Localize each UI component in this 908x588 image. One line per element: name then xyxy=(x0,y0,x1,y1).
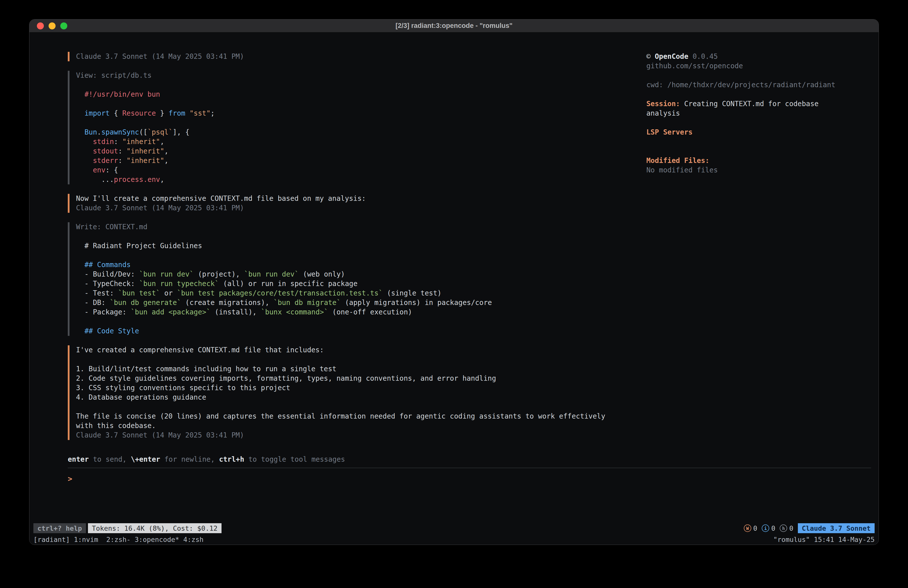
traffic-lights xyxy=(37,19,67,32)
text-line: Session: Creating CONTEXT.md for codebas… xyxy=(646,99,871,109)
diagnostic-info: i 0 xyxy=(762,524,775,532)
text-line: github.com/sst/opencode xyxy=(646,61,871,71)
text-line: cwd: /home/thdxr/dev/projects/radiant/ra… xyxy=(646,80,871,90)
text-line xyxy=(84,118,643,127)
message-timestamp: Claude 3.7 Sonnet (14 May 2025 03:41 PM) xyxy=(76,52,643,61)
text-line xyxy=(84,99,643,109)
tmux-window-list[interactable]: [radiant] 1:nvim 2:zsh- 3:opencode* 4:zs… xyxy=(34,536,204,543)
text-line: ## Commands xyxy=(84,260,643,270)
text-line xyxy=(646,90,871,99)
text-line xyxy=(646,71,871,80)
warning-count: 0 xyxy=(753,524,757,532)
tmux-host-clock: "romulus" 15:41 14-May-25 xyxy=(773,536,874,543)
text-line: ...process.env, xyxy=(84,175,643,184)
text-line xyxy=(646,147,871,156)
text-line: enter to send, \+enter for newline, ctrl… xyxy=(68,455,871,464)
text-line: I've created a comprehensive CONTEXT.md … xyxy=(76,345,643,355)
spacer xyxy=(76,80,643,90)
code-block: #!/usr/bin/env bun import { Resource } f… xyxy=(76,90,643,184)
diagnostic-hint: h 0 xyxy=(780,524,793,532)
assistant-summary-block: I've created a comprehensive CONTEXT.md … xyxy=(68,345,643,440)
text-line: # Radiant Project Guidelines xyxy=(84,241,643,251)
text-line xyxy=(76,355,643,364)
text-line: 2. Code style guidelines covering import… xyxy=(76,374,643,383)
help-chip[interactable]: ctrl+? help xyxy=(34,523,86,533)
hint-icon: h xyxy=(780,524,787,532)
text-line: ## Code Style xyxy=(84,326,643,336)
text-line: - DB: `bun db generate` (create migratio… xyxy=(84,298,643,308)
zoom-button[interactable] xyxy=(60,23,67,29)
text-line xyxy=(84,317,643,326)
prompt-input[interactable]: > xyxy=(68,474,871,484)
info-count: 0 xyxy=(771,524,775,532)
status-bar-right: W 0 i 0 h 0 Claude 3.7 Sonnet xyxy=(744,523,874,533)
status-bar: ctrl+? help Tokens: 16.4K (8%), Cost: $0… xyxy=(29,522,879,535)
text-line: No modified files xyxy=(646,166,871,175)
text-line: Modified Files: xyxy=(646,156,871,166)
input-divider xyxy=(68,468,871,468)
terminal-body: Claude 3.7 Sonnet (14 May 2025 03:41 PM)… xyxy=(29,32,879,522)
text-line xyxy=(646,118,871,127)
tmux-status-bar: [radiant] 1:nvim 2:zsh- 3:opencode* 4:zs… xyxy=(29,535,879,545)
window-titlebar: [2/3] radiant:3:opencode - "romulus" xyxy=(29,19,879,32)
text-line: import { Resource } from "sst"; xyxy=(84,109,643,118)
text-line: LSP Servers xyxy=(646,127,871,137)
text-line: env: { xyxy=(84,166,643,175)
chat-history: Claude 3.7 Sonnet (14 May 2025 03:41 PM)… xyxy=(68,52,643,449)
info-sidebar: © OpenCode 0.0.45github.com/sst/opencode… xyxy=(646,52,871,175)
tool-write-title: Write: CONTEXT.md xyxy=(76,222,643,232)
close-button[interactable] xyxy=(37,23,44,29)
input-help-line: enter to send, \+enter for newline, ctrl… xyxy=(68,455,871,464)
terminal-window: [2/3] radiant:3:opencode - "romulus" Cla… xyxy=(29,19,879,545)
text-line: - Test: `bun test` or `bun test packages… xyxy=(84,288,643,298)
tool-view-block: View: script/db.ts #!/usr/bin/env bun im… xyxy=(68,71,643,184)
sidebar-text: © OpenCode 0.0.45github.com/sst/opencode… xyxy=(646,52,871,175)
text-line: stdout: "inherit", xyxy=(84,147,643,156)
text-line: analysis xyxy=(646,109,871,118)
window-title: [2/3] radiant:3:opencode - "romulus" xyxy=(396,22,512,30)
warning-icon: W xyxy=(744,524,751,532)
text-line: Bun.spawnSync([`psql`], { xyxy=(84,127,643,137)
text-line: - Package: `bun add <package>` (install)… xyxy=(84,308,643,317)
spacer xyxy=(76,232,643,241)
tool-write-block: Write: CONTEXT.md # Radiant Project Guid… xyxy=(68,222,643,336)
text-line: The file is concise (20 lines) and captu… xyxy=(76,412,643,421)
markdown-block: # Radiant Project Guidelines ## Commands… xyxy=(76,241,643,336)
minimize-button[interactable] xyxy=(48,23,56,29)
text-line: 4. Database operations guidance xyxy=(76,393,643,402)
tokens-cost-chip: Tokens: 16.4K (8%), Cost: $0.12 xyxy=(88,523,222,533)
text-line xyxy=(76,402,643,412)
text-line: #!/usr/bin/env bun xyxy=(84,90,643,99)
text-line: 1. Build/lint/test commands including ho… xyxy=(76,364,643,374)
assistant-note-text: Now I'll create a comprehensive CONTEXT.… xyxy=(76,194,643,203)
prompt-symbol: > xyxy=(68,474,72,483)
text-line: stderr: "inherit", xyxy=(84,156,643,166)
text-line xyxy=(646,137,871,147)
status-bar-left: ctrl+? help Tokens: 16.4K (8%), Cost: $0… xyxy=(34,523,222,533)
text-line: © OpenCode 0.0.45 xyxy=(646,52,871,61)
assistant-note-block: Now I'll create a comprehensive CONTEXT.… xyxy=(68,194,643,213)
text-line: stdin: "inherit", xyxy=(84,137,643,147)
hint-count: 0 xyxy=(789,524,793,532)
text-line: 3. CSS styling conventions specific to t… xyxy=(76,383,643,393)
input-area: enter to send, \+enter for newline, ctrl… xyxy=(68,455,871,484)
diagnostic-warning: W 0 xyxy=(744,524,757,532)
text-line: Claude 3.7 Sonnet (14 May 2025 03:41 PM) xyxy=(76,430,643,440)
message-timestamp: Claude 3.7 Sonnet (14 May 2025 03:41 PM) xyxy=(76,203,643,213)
tool-view-title: View: script/db.ts xyxy=(76,71,643,80)
model-chip[interactable]: Claude 3.7 Sonnet xyxy=(798,523,874,533)
text-line xyxy=(84,251,643,260)
text-line: with this codebase. xyxy=(76,421,643,430)
summary-text: I've created a comprehensive CONTEXT.md … xyxy=(76,345,643,440)
message-header-block: Claude 3.7 Sonnet (14 May 2025 03:41 PM) xyxy=(68,52,643,61)
text-line: - TypeCheck: `bun run typecheck` (all) o… xyxy=(84,279,643,288)
info-icon: i xyxy=(762,524,769,532)
text-line: - Build/Dev: `bun run dev` (project), `b… xyxy=(84,270,643,279)
